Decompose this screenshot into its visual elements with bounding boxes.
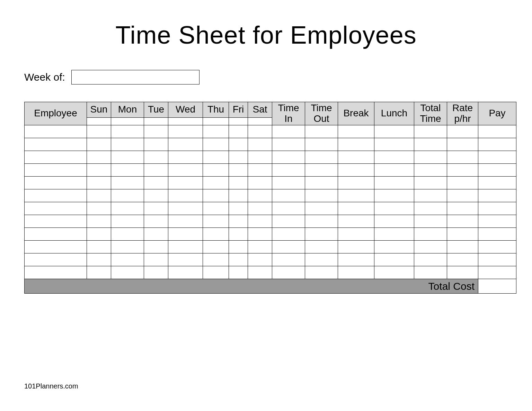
cell-pay[interactable] — [478, 266, 516, 279]
sub-cell-wed[interactable] — [168, 117, 203, 125]
cell-thu[interactable] — [203, 151, 229, 163]
cell-pay[interactable] — [478, 215, 516, 227]
cell-break[interactable] — [338, 176, 374, 189]
cell-sat[interactable] — [248, 125, 272, 138]
cell-sat[interactable] — [248, 253, 272, 266]
cell-rate[interactable] — [447, 176, 478, 189]
cell-sat[interactable] — [248, 189, 272, 202]
cell-total_time[interactable] — [414, 266, 447, 279]
cell-break[interactable] — [338, 202, 374, 215]
cell-sat[interactable] — [248, 163, 272, 176]
cell-time_out[interactable] — [305, 227, 338, 240]
cell-employee[interactable] — [25, 227, 87, 240]
cell-thu[interactable] — [203, 138, 229, 151]
cell-time_in[interactable] — [272, 163, 305, 176]
cell-total_time[interactable] — [414, 163, 447, 176]
cell-sat[interactable] — [248, 215, 272, 227]
cell-lunch[interactable] — [374, 215, 414, 227]
cell-employee[interactable] — [25, 151, 87, 163]
cell-wed[interactable] — [168, 189, 203, 202]
cell-sat[interactable] — [248, 240, 272, 253]
cell-total_time[interactable] — [414, 202, 447, 215]
cell-sun[interactable] — [87, 215, 111, 227]
cell-time_in[interactable] — [272, 253, 305, 266]
cell-mon[interactable] — [111, 253, 144, 266]
cell-time_out[interactable] — [305, 125, 338, 138]
cell-mon[interactable] — [111, 240, 144, 253]
cell-tue[interactable] — [144, 266, 168, 279]
cell-employee[interactable] — [25, 266, 87, 279]
cell-rate[interactable] — [447, 125, 478, 138]
cell-fri[interactable] — [229, 266, 248, 279]
cell-time_in[interactable] — [272, 266, 305, 279]
cell-lunch[interactable] — [374, 138, 414, 151]
cell-time_in[interactable] — [272, 138, 305, 151]
cell-fri[interactable] — [229, 253, 248, 266]
cell-time_out[interactable] — [305, 266, 338, 279]
cell-lunch[interactable] — [374, 240, 414, 253]
cell-break[interactable] — [338, 151, 374, 163]
cell-tue[interactable] — [144, 176, 168, 189]
cell-lunch[interactable] — [374, 202, 414, 215]
cell-time_out[interactable] — [305, 163, 338, 176]
cell-employee[interactable] — [25, 125, 87, 138]
cell-time_out[interactable] — [305, 138, 338, 151]
cell-rate[interactable] — [447, 202, 478, 215]
cell-lunch[interactable] — [374, 125, 414, 138]
cell-time_out[interactable] — [305, 202, 338, 215]
sub-cell-sun[interactable] — [87, 117, 111, 125]
cell-tue[interactable] — [144, 215, 168, 227]
sub-cell-tue[interactable] — [144, 117, 168, 125]
cell-time_in[interactable] — [272, 125, 305, 138]
cell-total_time[interactable] — [414, 253, 447, 266]
cell-pay[interactable] — [478, 125, 516, 138]
cell-time_out[interactable] — [305, 189, 338, 202]
cell-tue[interactable] — [144, 240, 168, 253]
cell-wed[interactable] — [168, 163, 203, 176]
cell-break[interactable] — [338, 125, 374, 138]
cell-wed[interactable] — [168, 266, 203, 279]
cell-tue[interactable] — [144, 138, 168, 151]
cell-lunch[interactable] — [374, 189, 414, 202]
cell-sun[interactable] — [87, 138, 111, 151]
cell-fri[interactable] — [229, 240, 248, 253]
cell-rate[interactable] — [447, 227, 478, 240]
cell-wed[interactable] — [168, 138, 203, 151]
cell-tue[interactable] — [144, 227, 168, 240]
cell-fri[interactable] — [229, 138, 248, 151]
cell-employee[interactable] — [25, 138, 87, 151]
cell-total_time[interactable] — [414, 125, 447, 138]
cell-break[interactable] — [338, 215, 374, 227]
cell-employee[interactable] — [25, 189, 87, 202]
cell-fri[interactable] — [229, 202, 248, 215]
cell-sat[interactable] — [248, 266, 272, 279]
cell-tue[interactable] — [144, 253, 168, 266]
cell-mon[interactable] — [111, 151, 144, 163]
cell-time_out[interactable] — [305, 215, 338, 227]
cell-total_time[interactable] — [414, 176, 447, 189]
total-cost-value[interactable] — [478, 279, 516, 293]
cell-sun[interactable] — [87, 189, 111, 202]
cell-thu[interactable] — [203, 125, 229, 138]
cell-sun[interactable] — [87, 266, 111, 279]
cell-pay[interactable] — [478, 240, 516, 253]
cell-time_out[interactable] — [305, 240, 338, 253]
cell-sun[interactable] — [87, 163, 111, 176]
sub-cell-sat[interactable] — [248, 117, 272, 125]
cell-employee[interactable] — [25, 253, 87, 266]
cell-wed[interactable] — [168, 240, 203, 253]
cell-rate[interactable] — [447, 151, 478, 163]
cell-time_in[interactable] — [272, 202, 305, 215]
cell-rate[interactable] — [447, 240, 478, 253]
cell-wed[interactable] — [168, 227, 203, 240]
cell-pay[interactable] — [478, 138, 516, 151]
cell-sat[interactable] — [248, 176, 272, 189]
cell-rate[interactable] — [447, 138, 478, 151]
cell-sun[interactable] — [87, 151, 111, 163]
cell-fri[interactable] — [229, 227, 248, 240]
cell-thu[interactable] — [203, 163, 229, 176]
cell-time_out[interactable] — [305, 176, 338, 189]
cell-mon[interactable] — [111, 189, 144, 202]
cell-thu[interactable] — [203, 202, 229, 215]
cell-mon[interactable] — [111, 163, 144, 176]
